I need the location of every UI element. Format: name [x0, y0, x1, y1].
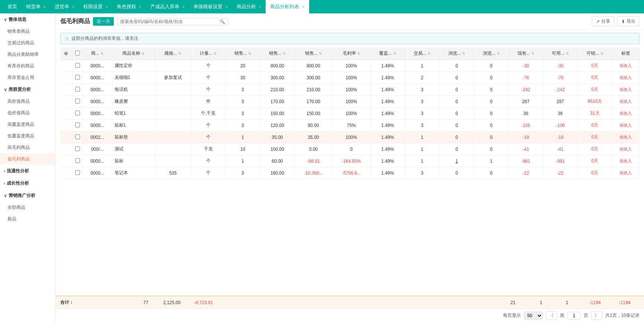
row-current-stock: -19: [509, 131, 543, 143]
sidebar-item-high-value[interactable]: 高价值商品: [0, 96, 55, 107]
row-checkbox-cell[interactable]: [72, 96, 83, 108]
row-checkbox[interactable]: [75, 75, 80, 80]
row-sales-profit: 170.00: [295, 96, 332, 108]
row-views1[interactable]: 1: [439, 155, 474, 167]
search-icon[interactable]: 🔍: [220, 19, 225, 24]
col-sales-amount[interactable]: 销售... ⇅: [260, 47, 295, 60]
row-views2: 0: [474, 96, 509, 108]
nav-product-inbound[interactable]: 产成品入库单 ×: [146, 0, 189, 13]
row-checkbox-cell[interactable]: [72, 60, 83, 72]
sidebar-group-growth[interactable]: › 成长性分析: [0, 177, 55, 189]
row-sellable-days: 0天: [577, 84, 612, 96]
sidebar-item-all-products[interactable]: 全部商品: [0, 202, 55, 213]
nav-permission-settings[interactable]: 权限设置 ×: [79, 0, 112, 13]
col-unit[interactable]: 计量... ⇅: [191, 47, 225, 60]
col-coverage[interactable]: 覆盖... ⇅: [370, 47, 405, 60]
sidebar-item-traded-products[interactable]: 交易过的商品: [0, 37, 55, 49]
row-checkbox[interactable]: [75, 87, 80, 92]
row-settings: [60, 119, 72, 131]
close-icon[interactable]: ×: [259, 4, 261, 9]
row-sales-amount: 300.00: [260, 72, 295, 84]
nav-home[interactable]: 首页: [3, 0, 22, 13]
close-icon[interactable]: ×: [44, 4, 46, 9]
col-settings[interactable]: ⚙: [60, 47, 72, 60]
row-checkbox[interactable]: [75, 99, 80, 103]
warning-icon: ☆: [65, 36, 69, 41]
row-checkbox[interactable]: [75, 134, 80, 139]
sidebar-item-low-margin[interactable]: 低毛利商品: [0, 153, 55, 165]
close-icon[interactable]: ×: [225, 4, 228, 9]
nav-template-settings[interactable]: 单据模板设置 ×: [189, 0, 232, 13]
col-tag[interactable]: 标签: [612, 47, 639, 60]
per-page-select[interactable]: 50 20 100: [524, 312, 543, 320]
close-icon[interactable]: ×: [72, 4, 74, 9]
col-name[interactable]: 商品名称 ⇅: [112, 47, 155, 60]
row-current-stock: -30: [509, 60, 543, 72]
row-available-stock: -22: [543, 167, 578, 179]
row-checkbox-cell[interactable]: [72, 143, 83, 155]
next-page-button[interactable]: 〉: [591, 311, 602, 320]
row-spec: [155, 96, 191, 108]
sidebar-group-circulation[interactable]: › 流通性分析: [0, 165, 55, 177]
sidebar-group-overall[interactable]: ∨ 整体信息: [0, 13, 55, 26]
row-checkbox-cell[interactable]: [72, 131, 83, 143]
nav-role-auth[interactable]: 角色授权 ×: [112, 0, 146, 13]
row-sales-profit: -98.91: [295, 155, 332, 167]
select-all-checkbox[interactable]: [75, 51, 80, 55]
sidebar-item-high-margin[interactable]: 高毛利商品: [0, 142, 55, 153]
row-checkbox[interactable]: [75, 158, 80, 163]
row-gross-rate: 100%: [332, 84, 370, 96]
nav-product-analysis[interactable]: 商品分析 ×: [232, 0, 266, 13]
col-gross-rate[interactable]: 毛利率 ⇅: [332, 47, 370, 60]
col-available-stock[interactable]: 可用... ⇅: [543, 47, 578, 60]
row-checkbox[interactable]: [75, 63, 80, 68]
sidebar-group-cluster[interactable]: ∨ 类群度分析: [0, 83, 55, 96]
date-filter-button[interactable]: 近一月: [93, 17, 114, 26]
nav-purchase-order[interactable]: 进货单 ×: [50, 0, 79, 13]
search-input[interactable]: [120, 19, 220, 24]
table-container[interactable]: ⚙ 商... ⇅ 商品名称 ⇅ 规格... ⇅ 计量... ⇅ 销售... ⇅ …: [56, 47, 644, 296]
prev-page-button[interactable]: 〈: [546, 311, 557, 320]
sidebar-item-low-coverage[interactable]: 低覆盖度商品: [0, 130, 55, 142]
sidebar-item-category-sales-rate[interactable]: 商品分类助销率: [0, 49, 55, 60]
col-checkbox[interactable]: [72, 47, 83, 60]
sidebar-item-high-coverage[interactable]: 高覆盖度商品: [0, 119, 55, 130]
sidebar-item-stocked-products[interactable]: 有库存的商品: [0, 60, 55, 72]
sidebar-item-stock-capital[interactable]: 库存资金占用: [0, 72, 55, 83]
row-checkbox[interactable]: [75, 146, 80, 151]
row-checkbox-cell[interactable]: [72, 84, 83, 96]
nav-product-analysis-list[interactable]: 商品分析列表 ×: [266, 0, 309, 13]
sidebar-item-low-value[interactable]: 低价值商品: [0, 107, 55, 119]
row-checkbox-cell[interactable]: [72, 167, 83, 179]
col-code[interactable]: 商... ⇅: [83, 47, 112, 60]
close-icon[interactable]: ×: [139, 4, 141, 9]
col-current-stock[interactable]: 现有... ⇅: [509, 47, 543, 60]
col-views2[interactable]: 浏览... ⇅: [474, 47, 509, 60]
sidebar-group-marketing[interactable]: ∨ 营销推广分析: [0, 189, 55, 202]
close-icon[interactable]: ×: [302, 4, 304, 9]
col-sales-profit[interactable]: 销售... ⇅: [295, 47, 332, 60]
col-spec[interactable]: 规格... ⇅: [155, 47, 191, 60]
row-name: 电话机: [112, 84, 155, 96]
row-checkbox[interactable]: [75, 170, 80, 175]
col-sellable-days[interactable]: 可销... ⇅: [577, 47, 612, 60]
nav-sales-order[interactable]: 销货单 ×: [22, 0, 50, 13]
sidebar-item-new-products[interactable]: 新品: [0, 213, 55, 225]
row-checkbox[interactable]: [75, 122, 80, 127]
export-button[interactable]: ⬆ 导出: [617, 16, 640, 26]
row-checkbox-cell[interactable]: [72, 72, 83, 84]
row-settings: [60, 155, 72, 167]
page-summary: 共1页，10条记录: [605, 312, 640, 319]
row-checkbox-cell[interactable]: [72, 119, 83, 131]
share-button[interactable]: ↗ 分享: [592, 16, 614, 26]
row-checkbox[interactable]: [75, 111, 80, 115]
row-checkbox-cell[interactable]: [72, 155, 83, 167]
sidebar-item-sales-products[interactable]: 销售类商品: [0, 26, 55, 37]
col-views1[interactable]: 浏览... ⇅: [439, 47, 474, 60]
row-checkbox-cell[interactable]: [72, 108, 83, 119]
col-trade-count[interactable]: 交易... ⇅: [405, 47, 439, 60]
page-number-input[interactable]: [567, 312, 581, 319]
close-icon[interactable]: ×: [182, 4, 185, 9]
col-sales-qty[interactable]: 销售... ⇅: [225, 47, 260, 60]
close-icon[interactable]: ×: [106, 4, 108, 9]
